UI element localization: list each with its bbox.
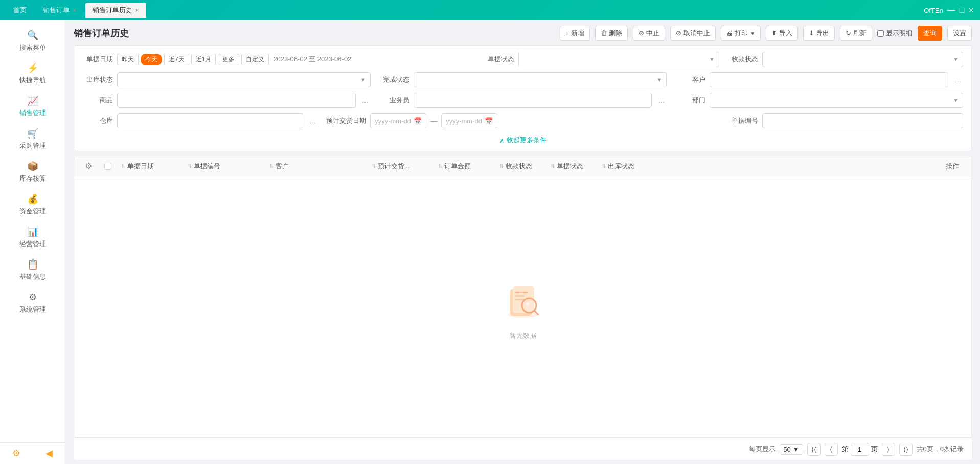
sidebar-item-fund-mgmt[interactable]: 💰 资金管理	[0, 188, 65, 221]
last7-btn[interactable]: 近7天	[164, 54, 189, 65]
fund-mgmt-icon: 💰	[27, 193, 38, 205]
outbound-status-select[interactable]: ▼	[117, 72, 371, 87]
new-button[interactable]: + 新增	[560, 26, 590, 41]
warehouse-ellipsis-btn[interactable]: …	[307, 117, 318, 125]
th-status[interactable]: ⇅ 单据状态	[546, 162, 598, 171]
tab-home[interactable]: 首页	[6, 3, 34, 18]
per-page-select[interactable]: 50 ▼	[780, 444, 803, 455]
next-page-btn[interactable]: ⟩	[882, 443, 895, 456]
sidebar-item-sys-mgmt[interactable]: ⚙ 系统管理	[0, 286, 65, 319]
per-page-arrow-icon: ▼	[793, 446, 800, 453]
th-checkbox[interactable]	[99, 163, 117, 170]
tab-sales-order[interactable]: 销售订单 ×	[36, 3, 83, 18]
table-settings-gear-icon[interactable]: ⚙	[85, 161, 92, 171]
filter-item-department: 部门 ▼	[675, 93, 963, 108]
content-area: 销售订单历史 + 新增 🗑 删除 ⊘ 中止 ⊘ 取消中止 🖨 打印 ▼ ⬆ 导入…	[65, 20, 980, 464]
window-close-btn[interactable]: ×	[968, 5, 974, 16]
quick-nav-icon: ⚡	[27, 62, 38, 74]
tab-sales-history[interactable]: 销售订单历史 ×	[85, 3, 146, 18]
customer-ellipsis-btn[interactable]: …	[952, 76, 963, 84]
filter-item-receipt-status: 收款状态 ▼	[727, 52, 963, 67]
sidebar-item-search-menu[interactable]: 🔍 搜索菜单	[0, 25, 65, 57]
product-ellipsis-btn[interactable]: …	[360, 97, 371, 104]
cancel-stop-button[interactable]: ⊘ 取消中止	[670, 26, 716, 41]
last-page-btn[interactable]: ⟩⟩	[899, 443, 913, 456]
salesperson-input[interactable]	[414, 93, 652, 108]
last1m-btn[interactable]: 近1月	[191, 54, 216, 65]
filter-row-2: 出库状态 ▼ 完成状态 ▼ 客户	[82, 72, 963, 87]
sidebar-item-basic-info[interactable]: 📋 基础信息	[0, 254, 65, 286]
import-button[interactable]: ⬆ 导入	[766, 26, 798, 41]
receipt-status-select[interactable]: ▼	[762, 52, 963, 67]
filter-item-product: 商品 …	[82, 93, 371, 108]
tab-sales-history-close[interactable]: ×	[135, 7, 139, 14]
top-bar: 首页 销售订单 × 销售订单历史 × OfTEn — □ ×	[0, 0, 980, 20]
ops-mgmt-icon: 📊	[27, 226, 38, 237]
sidebar-settings-btn[interactable]: ⚙	[12, 448, 20, 459]
delete-button[interactable]: 🗑 删除	[595, 26, 628, 41]
th-amount[interactable]: ⇅ 订单金额	[434, 162, 495, 171]
custom-btn[interactable]: 自定义	[241, 54, 269, 65]
department-select[interactable]: ▼	[710, 93, 963, 108]
th-receipt[interactable]: ⇅ 收款状态	[495, 162, 546, 171]
salesperson-ellipsis-btn[interactable]: …	[656, 97, 667, 104]
display-detail-checkbox[interactable]	[877, 30, 884, 37]
page-input[interactable]	[851, 443, 869, 456]
complete-status-select[interactable]: ▼	[414, 72, 667, 87]
th-order[interactable]: ⇅ 单据编号	[184, 162, 265, 171]
delivery-date-label: 预计交货日期	[326, 116, 366, 125]
th-delivery[interactable]: ⇅ 预计交货...	[368, 162, 434, 171]
print-arrow-icon: ▼	[750, 31, 755, 36]
th-date[interactable]: ⇅ 单据日期	[117, 162, 184, 171]
search-menu-icon: 🔍	[27, 30, 38, 41]
receipt-status-label: 收款状态	[727, 55, 758, 64]
filter-item-delivery-date: 预计交货日期 yyyy-mm-dd 📅 — yyyy-mm-dd 📅	[326, 113, 719, 128]
sidebar-item-inventory-calc-label: 库存核算	[19, 174, 46, 183]
doc-number-label: 单据编号	[727, 116, 758, 125]
first-page-btn[interactable]: ⟨⟨	[807, 443, 821, 456]
prev-page-btn[interactable]: ⟨	[825, 443, 838, 456]
th-customer[interactable]: ⇅ 客户	[265, 162, 368, 171]
doc-status-select[interactable]: ▼	[518, 52, 719, 67]
display-detail-label: 显示明细	[886, 29, 913, 38]
more-btn[interactable]: 更多	[218, 54, 239, 65]
warehouse-input[interactable]	[117, 113, 303, 128]
svg-rect-3	[515, 292, 528, 293]
customer-input[interactable]	[710, 72, 948, 87]
sidebar-item-sys-mgmt-label: 系统管理	[19, 305, 46, 314]
delivery-date-to[interactable]: yyyy-mm-dd 📅	[441, 113, 497, 128]
salesperson-label: 业务员	[379, 96, 409, 105]
tab-sales-history-label: 销售订单历史	[93, 6, 132, 15]
filter-item-doc-status: 单据状态 ▼	[484, 52, 719, 67]
sidebar-item-ops-mgmt[interactable]: 📊 经营管理	[0, 221, 65, 254]
sidebar-item-quick-nav[interactable]: ⚡ 快捷导航	[0, 57, 65, 90]
product-input[interactable]	[117, 93, 356, 108]
sidebar-item-inventory-calc[interactable]: 📦 库存核算	[0, 156, 65, 188]
display-toggle[interactable]: 显示明细	[877, 29, 913, 38]
refresh-button[interactable]: ↻ 刷新	[840, 26, 872, 41]
th-settings[interactable]: ⚙	[78, 161, 99, 171]
export-button[interactable]: ⬇ 导出	[803, 26, 835, 41]
header-checkbox[interactable]	[104, 163, 111, 170]
yesterday-btn[interactable]: 昨天	[117, 54, 139, 65]
sidebar-item-fund-mgmt-label: 资金管理	[19, 207, 46, 216]
collapse-btn[interactable]: ∧ 收起更多条件	[82, 134, 963, 145]
doc-number-input[interactable]	[762, 113, 963, 128]
sidebar-item-sales-mgmt[interactable]: 📈 销售管理	[0, 90, 65, 123]
filter-row-3: 商品 … 业务员 … 部门 ▼	[82, 93, 963, 108]
delivery-date-from[interactable]: yyyy-mm-dd 📅	[370, 113, 426, 128]
settings-button[interactable]: 设置	[947, 26, 972, 41]
sidebar-item-purchase-mgmt[interactable]: 🛒 采购管理	[0, 123, 65, 156]
window-minimize-btn[interactable]: —	[947, 6, 955, 15]
sidebar-item-sales-mgmt-label: 销售管理	[19, 108, 46, 118]
page-suffix: 页	[871, 445, 878, 454]
window-maximize-btn[interactable]: □	[960, 6, 965, 15]
stop-button[interactable]: ⊘ 中止	[633, 26, 665, 41]
th-outbound[interactable]: ⇅ 出库状态	[598, 162, 649, 171]
query-button[interactable]: 查询	[918, 26, 942, 41]
sidebar-toggle-btn[interactable]: ◀	[45, 448, 53, 459]
tab-sales-order-close[interactable]: ×	[73, 7, 76, 14]
print-button[interactable]: 🖨 打印 ▼	[721, 26, 761, 41]
filter-item-customer: 客户 …	[675, 72, 963, 87]
today-btn[interactable]: 今天	[141, 54, 162, 65]
